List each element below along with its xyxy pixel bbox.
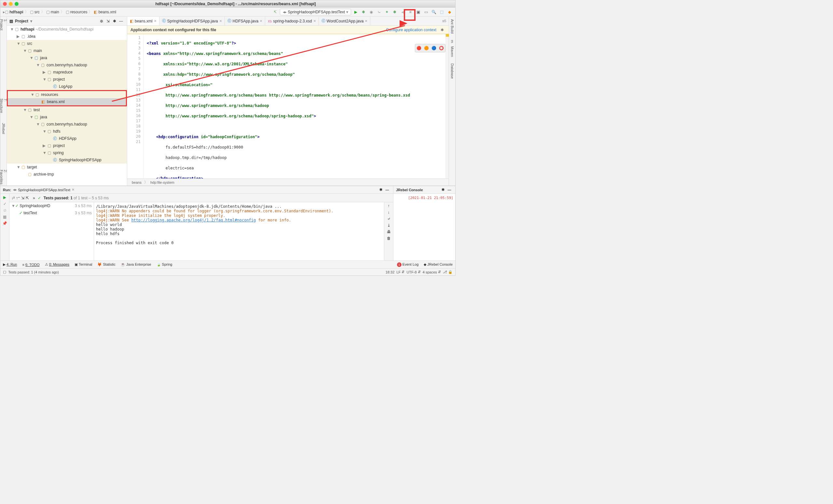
database-tool-button[interactable]: Database <box>450 64 454 79</box>
locate-button[interactable]: ⊕ <box>98 18 105 24</box>
tab-hdfs[interactable]: ⓒHDFSApp.java✕ <box>225 17 265 26</box>
safari-icon[interactable]: 🔵 <box>431 46 436 51</box>
profile-button[interactable]: ⤿ <box>376 9 382 15</box>
tree-item[interactable]: main <box>33 48 42 53</box>
project-tool-button[interactable]: 1: Project <box>0 19 7 30</box>
breadcrumb-item[interactable]: main <box>51 10 59 14</box>
pin-button[interactable]: 📌 <box>2 221 7 226</box>
project-tree[interactable]: ▼▢hdfsapi ~/Documents/Idea_Demo/hdfsapi … <box>7 26 127 186</box>
up-icon[interactable]: ↑ <box>388 204 390 208</box>
minimize-window-button[interactable] <box>9 2 13 6</box>
debug-button[interactable]: ✱ <box>360 9 367 15</box>
maven-tool-button[interactable]: Maven <box>450 46 454 57</box>
editor-breadcrumb[interactable]: beans 〉 hdp:file-system <box>127 178 449 186</box>
attach-button[interactable]: ◀ <box>399 9 406 15</box>
hide-button[interactable]: — <box>384 187 390 193</box>
close-icon[interactable]: ✕ <box>154 19 157 23</box>
tree-item[interactable]: src <box>27 41 32 46</box>
update-button[interactable]: ▣ <box>415 9 421 15</box>
close-icon[interactable]: ✕ <box>260 19 262 23</box>
scroll-icon[interactable]: ⤓ <box>387 223 390 228</box>
output-link[interactable]: http://logging.apache.org/log4j/1.2/faq.… <box>131 218 256 222</box>
tree-item[interactable]: project <box>53 77 65 82</box>
breadcrumb-item[interactable]: src <box>34 10 40 14</box>
editor-tabs[interactable]: ◧beans.xml✕ ⓒSpringHadoopHDFSApp.java✕ ⓒ… <box>127 17 449 26</box>
javaee-tool-button[interactable]: ☕ Java Enterprise <box>121 262 151 267</box>
stop-button[interactable]: ■ <box>407 9 413 15</box>
tree-item[interactable]: hdfs <box>53 129 61 134</box>
breadcrumb[interactable]: ▸▢ hdfsapi 〉 ▢ src 〉 ▢ main 〉 ▢ resource… <box>3 9 272 15</box>
sort-down-icon[interactable]: ↓² <box>11 196 15 200</box>
code-content[interactable]: <?xml version="1.0" encoding="UTF-8"?> <… <box>143 34 449 178</box>
wrap-icon[interactable]: ⤶ <box>387 217 390 221</box>
settings-icon[interactable]: ✱ <box>439 187 446 193</box>
breadcrumb-item[interactable]: hdfsapi <box>9 10 23 14</box>
spring-tool-button[interactable]: 🍃 Spring <box>157 262 172 267</box>
close-icon[interactable]: ✕ <box>365 19 367 23</box>
rerun-button[interactable]: ▶ <box>3 195 6 200</box>
tree-item[interactable]: mapreduce <box>53 70 73 74</box>
terminal-tool-button[interactable]: ▣ Terminal <box>74 262 92 267</box>
status-icon[interactable]: ▢ <box>3 270 6 274</box>
tree-item[interactable]: HDFSApp <box>59 136 76 141</box>
jrebel-run-button[interactable]: ✦ <box>384 9 390 15</box>
run-button[interactable]: ▶ <box>352 9 359 15</box>
tree-item[interactable]: LogApp <box>59 84 72 89</box>
settings-icon[interactable]: ✱ <box>377 187 384 193</box>
clear-icon[interactable]: 🗑 <box>387 236 391 241</box>
print-icon[interactable]: 🖶 <box>387 230 391 234</box>
close-icon[interactable]: ✕ <box>219 19 222 23</box>
favorites-tool-button[interactable]: 2: Favorites <box>0 170 7 184</box>
down-icon[interactable]: ↓ <box>388 210 390 215</box>
run-config-selector[interactable]: ◂▸ SpringHadoopHDFSApp.testText ▾ <box>280 9 351 15</box>
close-icon[interactable]: ✕ <box>313 19 316 23</box>
tree-item-selected[interactable]: beans.xml <box>47 100 65 104</box>
tree-item[interactable]: SpringHadoopHDFSApp <box>59 158 101 162</box>
maximize-window-button[interactable] <box>15 2 19 6</box>
tree-root[interactable]: hdfsapi <box>21 27 34 31</box>
event-log-button[interactable]: 1 Event Log <box>397 262 419 267</box>
layout-button[interactable]: ▭ <box>423 9 429 15</box>
toggle-pass-button[interactable]: ✓ <box>3 202 6 206</box>
error-stripe[interactable] <box>446 34 449 178</box>
tree-item[interactable]: com.bennyrhys.hadoop <box>47 122 87 126</box>
layout-button[interactable]: ▦ <box>3 215 6 219</box>
build-button[interactable]: ↸ <box>272 9 279 15</box>
right-tool-stripe[interactable]: Ant Build m Maven Database <box>449 17 455 186</box>
test-tree[interactable]: ▼✓ SpringHadoopHD3 s 53 ms ✓ testText3 s… <box>9 202 94 260</box>
hide-button[interactable]: — <box>446 187 453 193</box>
structure-tool-button[interactable]: 7: Structure <box>0 99 7 113</box>
jrebel-console-button[interactable]: ◆ JRebel Console <box>424 262 453 267</box>
encoding[interactable]: UTF-8 <box>406 270 416 274</box>
sort-up-icon[interactable]: ↑⁼ <box>16 196 20 200</box>
messages-tool-button[interactable]: ⚠ 0: Messages <box>45 262 69 267</box>
tree-item[interactable]: resources <box>41 92 58 97</box>
gear-icon[interactable]: ✱ <box>439 27 446 33</box>
tree-item[interactable]: com.bennyrhys.hadoop <box>47 63 87 67</box>
opera-icon[interactable]: ⭕ <box>439 46 444 51</box>
tree-item[interactable]: java <box>40 56 47 60</box>
breadcrumb-item[interactable]: resources <box>70 10 88 14</box>
tree-item[interactable]: java <box>40 115 47 119</box>
tree-item[interactable]: target <box>27 165 37 170</box>
search-everywhere-button[interactable]: 🔍 <box>430 9 437 15</box>
tree-item[interactable]: spring <box>53 151 64 155</box>
crumb[interactable]: hdp:file-system <box>150 180 174 184</box>
jrebel-console[interactable]: [2021-01-21 21:05:59] <box>394 194 455 260</box>
console-output[interactable]: /Library/Java/JavaVirtualMachines/adopto… <box>94 202 384 260</box>
expand-icon[interactable]: ⇲ <box>21 196 24 200</box>
tree-item[interactable]: .idea <box>27 34 35 39</box>
jrebel-tool-button[interactable]: JRebel <box>2 123 5 134</box>
tab-wordcount[interactable]: ⓒWordCount2App.java✕ <box>319 17 371 26</box>
crumb[interactable]: beans <box>132 180 142 184</box>
code-editor[interactable]: 123456789101112131415161718192021 <?xml … <box>127 34 449 178</box>
line-separator[interactable]: LF <box>396 270 401 274</box>
close-icon[interactable]: ✕ <box>72 187 74 192</box>
todo-tool-button[interactable]: ≡ 6: TODO <box>22 263 39 267</box>
tab-spring[interactable]: ⓒSpringHadoopHDFSApp.java✕ <box>160 17 225 26</box>
tree-item[interactable]: project <box>53 143 65 148</box>
tab-xsd[interactable]: xsspring-hadoop-2.3.xsd✕ <box>265 17 318 26</box>
stop-button[interactable]: ⊘ <box>3 208 6 213</box>
run-tool-button[interactable]: ▶ 4: Run <box>3 262 17 267</box>
ant-build-tool-button[interactable]: Ant Build <box>450 19 454 33</box>
